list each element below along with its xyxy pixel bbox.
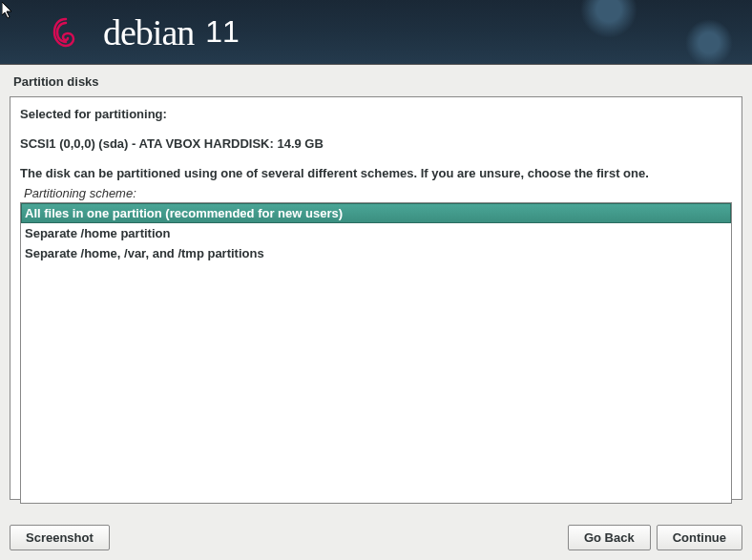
screenshot-button[interactable]: Screenshot [10,525,110,550]
installer-header: debian 11 [0,0,752,65]
brand-name: debian [103,11,194,53]
continue-button[interactable]: Continue [657,525,742,550]
disk-info: SCSI1 (0,0,0) (sda) - ATA VBOX HARDDISK:… [20,136,732,151]
go-back-button[interactable]: Go Back [568,525,651,550]
footer-bar: Screenshot Go Back Continue [10,525,742,550]
instruction-text: The disk can be partitioned using one of… [20,166,732,180]
scheme-option-all-in-one[interactable]: All files in one partition (recommended … [21,203,731,223]
selected-for-partitioning-label: Selected for partitioning: [20,107,732,121]
debian-swirl-icon [46,12,86,52]
brand-version: 11 [205,14,240,50]
partitioning-scheme-label: Partitioning scheme: [20,186,732,200]
scheme-option-separate-home-var-tmp[interactable]: Separate /home, /var, and /tmp partition… [21,243,731,263]
scheme-option-separate-home[interactable]: Separate /home partition [21,223,731,243]
page-title: Partition disks [0,65,752,96]
header-decoration [542,0,752,64]
partitioning-scheme-listbox[interactable]: All files in one partition (recommended … [20,202,732,504]
main-panel: Selected for partitioning: SCSI1 (0,0,0)… [10,96,742,500]
